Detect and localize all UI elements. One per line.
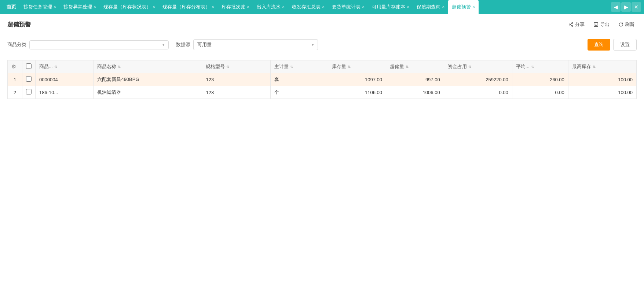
sort-icon-unit: ⇅	[290, 65, 293, 69]
page-title: 超储预警	[7, 21, 31, 29]
nav-item-available-book[interactable]: 可用量库存账本 ×	[368, 0, 413, 14]
header-actions: 分享 导出 刷新	[566, 20, 637, 29]
row-avg-price: 260.00	[512, 73, 568, 86]
col-header-stock-qty: 库存量 ⇅	[328, 60, 386, 73]
data-source-value: 可用量	[197, 41, 212, 48]
table-header-row: ⚙ 商品... ⇅ 商品名称 ⇅	[8, 60, 637, 73]
query-button[interactable]: 查询	[588, 39, 610, 51]
nav-expand-button[interactable]: ✕	[632, 2, 641, 12]
col-header-checkbox	[22, 60, 36, 73]
col-header-spec: 规格型号 ⇅	[202, 60, 270, 73]
product-category-label: 商品分类	[7, 41, 26, 48]
row-checkbox-cell	[22, 86, 36, 99]
nav-item-stock-status[interactable]: 现存量（库存状况表） ×	[100, 0, 159, 14]
col-header-avg-price: 平均... ⇅	[512, 60, 568, 73]
refresh-button[interactable]: 刷新	[616, 20, 637, 29]
share-icon	[568, 22, 574, 27]
row-checkbox-0[interactable]	[26, 76, 32, 82]
nav-close-stock-dist[interactable]: ×	[212, 4, 214, 10]
nav-close-overstock-alert[interactable]: ×	[472, 4, 475, 10]
table-row: 2 186-10... 机油滤清器 123 个 1106.00 1006.00 …	[8, 86, 637, 99]
col-sort-product-code[interactable]: 商品... ⇅	[39, 63, 89, 70]
settings-button[interactable]: 设置	[613, 39, 637, 51]
table-gear-button[interactable]: ⚙	[11, 63, 16, 70]
row-product-name: 六配套新昌490BPG	[94, 73, 202, 86]
export-icon	[593, 22, 599, 27]
col-sort-product-name[interactable]: 商品名称 ⇅	[97, 63, 198, 70]
col-sort-avg-price[interactable]: 平均... ⇅	[516, 63, 564, 70]
col-sort-overstock-qty[interactable]: 超储量 ⇅	[390, 63, 440, 70]
nav-item-expiry-query[interactable]: 保质期查询 ×	[413, 0, 448, 14]
row-overstock-qty: 1006.00	[386, 86, 444, 99]
row-unit: 套	[270, 73, 328, 86]
share-button[interactable]: 分享	[566, 20, 587, 29]
col-sort-max-stock[interactable]: 最高库存 ⇅	[572, 63, 633, 70]
nav-prev-button[interactable]: ◀	[611, 2, 621, 12]
svg-line-1	[570, 25, 572, 26]
row-checkbox-cell	[22, 73, 36, 86]
sort-icon-product-name: ⇅	[118, 65, 121, 69]
col-header-product-name: 商品名称 ⇅	[94, 60, 202, 73]
product-category-select[interactable]: ▾	[29, 40, 169, 49]
sort-icon-stock-qty: ⇅	[348, 65, 351, 69]
col-header-max-stock: 最高库存 ⇅	[568, 60, 636, 73]
nav-item-home[interactable]: 首页	[3, 0, 20, 14]
nav-item-overstock-alert[interactable]: 超储预警 ×	[448, 0, 479, 14]
nav-item-order-stats[interactable]: 要货单统计表 ×	[328, 0, 368, 14]
data-source-label: 数据源	[176, 41, 190, 48]
row-stock-qty: 1106.00	[328, 86, 386, 99]
export-button[interactable]: 导出	[591, 20, 612, 29]
nav-close-batch-account[interactable]: ×	[247, 4, 249, 10]
row-checkbox-1[interactable]	[26, 89, 32, 94]
refresh-icon	[618, 22, 623, 27]
nav-close-inout-flow[interactable]: ×	[282, 4, 285, 10]
col-header-overstock-qty: 超储量 ⇅	[386, 60, 444, 73]
nav-close-order-stats[interactable]: ×	[362, 4, 365, 10]
col-sort-spec[interactable]: 规格型号 ⇅	[206, 63, 266, 70]
data-source-filter: 数据源 可用量 ▾	[176, 39, 318, 50]
row-stock-qty: 1097.00	[328, 73, 386, 86]
nav-close-pick-exception[interactable]: ×	[94, 4, 96, 10]
nav-close-expiry-query[interactable]: ×	[442, 4, 444, 10]
nav-close-stock-status[interactable]: ×	[153, 4, 155, 10]
col-sort-capital-occupied[interactable]: 资金占用 ⇅	[448, 63, 508, 70]
data-table: ⚙ 商品... ⇅ 商品名称 ⇅	[7, 60, 637, 99]
row-spec: 123	[202, 86, 270, 99]
refresh-label: 刷新	[625, 21, 634, 28]
sort-icon-capital-occupied: ⇅	[468, 65, 471, 69]
col-header-capital-occupied: 资金占用 ⇅	[444, 60, 512, 73]
row-overstock-qty: 997.00	[386, 73, 444, 86]
sort-icon-max-stock: ⇅	[593, 65, 596, 69]
nav-item-batch-account[interactable]: 库存批次账 ×	[218, 0, 253, 14]
share-label: 分享	[575, 21, 585, 28]
col-header-settings: ⚙	[8, 60, 22, 73]
nav-item-recv-send-summary[interactable]: 收发存汇总表 ×	[288, 0, 328, 14]
row-capital-occupied: 0.00	[444, 86, 512, 99]
nav-item-pick-task[interactable]: 拣货任务管理 ×	[20, 0, 60, 14]
top-nav: 首页 拣货任务管理 × 拣货异常处理 × 现存量（库存状况表） × 现存量（库存…	[0, 0, 644, 14]
row-num: 2	[8, 86, 22, 99]
row-max-stock: 100.00	[568, 73, 636, 86]
data-source-select[interactable]: 可用量 ▾	[193, 39, 318, 50]
nav-item-pick-exception[interactable]: 拣货异常处理 ×	[60, 0, 100, 14]
row-num: 1	[8, 73, 22, 86]
col-header-product-code: 商品... ⇅	[36, 60, 94, 73]
nav-close-available-book[interactable]: ×	[407, 4, 409, 10]
sort-icon-spec: ⇅	[226, 65, 229, 69]
product-category-filter: 商品分类 ▾	[7, 40, 169, 49]
nav-item-inout-flow[interactable]: 出入库流水 ×	[253, 0, 288, 14]
col-sort-stock-qty[interactable]: 库存量 ⇅	[332, 63, 382, 70]
select-all-checkbox[interactable]	[26, 63, 32, 69]
filter-buttons: 查询 设置	[588, 39, 637, 51]
nav-item-stock-dist[interactable]: 现存量（库存分布表） ×	[159, 0, 218, 14]
table-row: 1 0000004 六配套新昌490BPG 123 套 1097.00 997.…	[8, 73, 637, 86]
row-capital-occupied: 259220.00	[444, 73, 512, 86]
export-label: 导出	[600, 21, 610, 28]
col-sort-unit[interactable]: 主计量 ⇅	[274, 63, 325, 70]
main-content: 超储预警 分享 导出	[0, 14, 644, 293]
nav-next-button[interactable]: ▶	[621, 2, 631, 12]
filter-bar: 商品分类 ▾ 数据源 可用量 ▾ 查询 设置	[7, 35, 637, 54]
nav-close-pick-task[interactable]: ×	[54, 4, 56, 10]
svg-line-0	[570, 23, 572, 25]
nav-close-recv-send-summary[interactable]: ×	[322, 4, 325, 10]
